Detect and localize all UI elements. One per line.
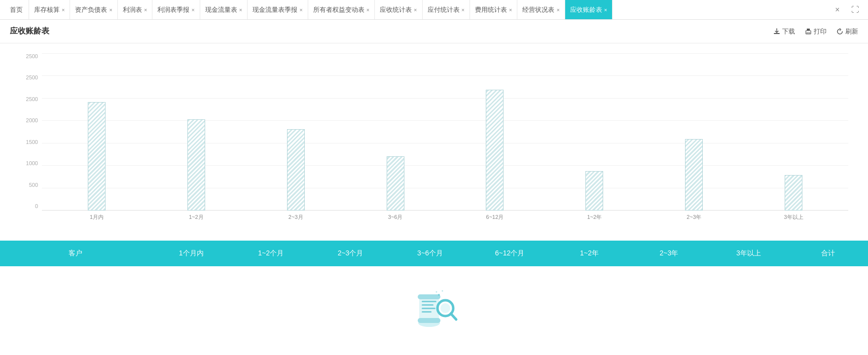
bar-1-2year[interactable] [585, 171, 603, 211]
tab-expense-stat-label: 费用统计表 [475, 5, 507, 14]
tab-operation-label: 经营状况表 [522, 5, 554, 14]
tab-ar-stat-label: 应收统计表 [380, 5, 412, 14]
tab-inventory-label: 库存核算 [34, 5, 60, 14]
tab-ar-aging-label: 应收账龄表 [570, 5, 602, 14]
tab-ar-stat[interactable]: 应收统计表 × [375, 0, 422, 20]
x-label-1-2year: 1~2年 [579, 213, 609, 221]
bar-3plus[interactable] [785, 175, 802, 211]
tab-expense-stat-close[interactable]: × [509, 7, 512, 13]
tab-home[interactable]: 首页 [4, 0, 29, 20]
tab-operation[interactable]: 经营状况表 × [517, 0, 565, 20]
tab-expense-stat[interactable]: 费用统计表 × [470, 0, 517, 20]
x-label-2-3month: 2~3月 [281, 213, 311, 221]
y-label-2000: 2000 [26, 117, 38, 123]
tab-cashflow[interactable]: 现金流量表 × [200, 0, 248, 20]
svg-point-17 [436, 291, 437, 293]
tab-profit-quarter-close[interactable]: × [191, 7, 194, 13]
svg-rect-6 [418, 294, 440, 299]
y-label-500: 500 [29, 182, 38, 188]
download-button[interactable]: 下载 [773, 27, 795, 36]
tab-home-label: 首页 [10, 5, 23, 14]
th-2-3month: 2~3个月 [311, 249, 390, 258]
y-label-1000: 1000 [26, 160, 38, 166]
th-1month: 1个月内 [151, 249, 231, 258]
x-label-3plus: 3年以上 [779, 213, 808, 221]
tab-equity[interactable]: 所有者权益变动表 × [308, 0, 375, 20]
tab-cashflow-quarter-close[interactable]: × [299, 7, 302, 13]
empty-state [0, 266, 868, 340]
tab-cashflow-quarter[interactable]: 现金流量表季报 × [248, 0, 308, 20]
svg-rect-8 [422, 301, 436, 302]
svg-rect-3 [807, 33, 810, 34]
y-label-2500-top: 2500 [26, 53, 38, 59]
th-1-2month: 1~2个月 [231, 249, 310, 258]
print-icon [805, 28, 812, 35]
y-label-1500: 1500 [26, 139, 38, 145]
bar-group-1month [88, 102, 106, 211]
tab-ap-stat-label: 应付统计表 [428, 5, 460, 14]
tab-operation-close[interactable]: × [556, 7, 559, 13]
x-label-1-2month: 1~2月 [181, 213, 211, 221]
bar-6-12month[interactable] [486, 90, 504, 211]
th-3-6month: 3~6个月 [390, 249, 470, 258]
bar-group-3-6month [387, 156, 404, 211]
tab-inventory-close[interactable]: × [62, 7, 65, 13]
maximize-window-button[interactable]: ⛶ [848, 3, 862, 17]
th-1-2year: 1~2年 [549, 249, 629, 258]
bar-3-6month[interactable] [387, 156, 404, 211]
refresh-icon [836, 28, 843, 35]
svg-point-16 [442, 290, 443, 292]
tab-ar-stat-close[interactable]: × [414, 7, 417, 13]
tab-profit-quarter[interactable]: 利润表季报 × [152, 0, 200, 20]
tab-profit[interactable]: 利润表 × [118, 0, 152, 20]
tab-ap-stat[interactable]: 应付统计表 × [423, 0, 470, 20]
tab-profit-label: 利润表 [123, 5, 142, 14]
tab-ap-stat-close[interactable]: × [462, 7, 465, 13]
bar-group-2-3month [287, 129, 305, 211]
refresh-button[interactable]: 刷新 [836, 27, 858, 36]
empty-state-icon [407, 286, 461, 330]
x-label-6-12month: 6~12月 [480, 213, 509, 221]
tab-profit-quarter-label: 利润表季报 [157, 5, 189, 14]
y-label-2500-2: 2500 [26, 74, 38, 80]
main-content: 2500 2500 2500 2000 1500 1000 500 0 [0, 43, 868, 355]
tab-cashflow-label: 现金流量表 [205, 5, 237, 14]
print-button[interactable]: 打印 [805, 27, 827, 36]
bar-group-3plus [785, 175, 802, 211]
bar-group-2-3year [685, 139, 703, 211]
tab-cashflow-close[interactable]: × [239, 7, 242, 13]
tab-balance-close[interactable]: × [109, 7, 112, 13]
y-label-0: 0 [35, 203, 38, 209]
bar-2-3month[interactable] [287, 129, 305, 211]
bars-row [42, 53, 848, 211]
bar-group-1-2month [187, 119, 205, 211]
page-title: 应收账龄表 [10, 26, 49, 36]
bar-group-1-2year [585, 171, 603, 211]
tab-bar: 首页 库存核算 × 资产负债表 × 利润表 × 利润表季报 × 现金流量表 × … [0, 0, 868, 20]
bar-1month[interactable] [88, 102, 106, 211]
bar-1-2month[interactable] [187, 119, 205, 211]
y-label-2500-3: 2500 [26, 96, 38, 102]
svg-rect-7 [418, 318, 440, 323]
tab-profit-close[interactable]: × [144, 7, 147, 13]
x-label-3-6month: 3~6月 [381, 213, 410, 221]
tab-inventory[interactable]: 库存核算 × [29, 0, 70, 20]
window-controls: × ⛶ [831, 3, 864, 17]
bar-group-6-12month [486, 90, 504, 211]
svg-point-15 [438, 294, 440, 296]
download-icon [773, 28, 780, 35]
y-axis: 2500 2500 2500 2000 1500 1000 500 0 [20, 53, 42, 221]
bar-2-3year[interactable] [685, 139, 703, 211]
close-window-button[interactable]: × [831, 3, 844, 17]
svg-point-13 [440, 303, 450, 313]
tab-ar-aging[interactable]: 应收账龄表 × [565, 0, 613, 20]
svg-rect-10 [422, 308, 435, 309]
tab-equity-close[interactable]: × [366, 7, 369, 13]
th-total: 合计 [789, 249, 868, 258]
chart-plot [42, 53, 848, 211]
chart-area: 2500 2500 2500 2000 1500 1000 500 0 [0, 43, 868, 241]
page-header: 应收账龄表 下载 打印 刷新 [0, 20, 868, 43]
page-actions: 下载 打印 刷新 [773, 27, 858, 36]
tab-balance[interactable]: 资产负债表 × [70, 0, 117, 20]
tab-ar-aging-close[interactable]: × [604, 7, 607, 13]
